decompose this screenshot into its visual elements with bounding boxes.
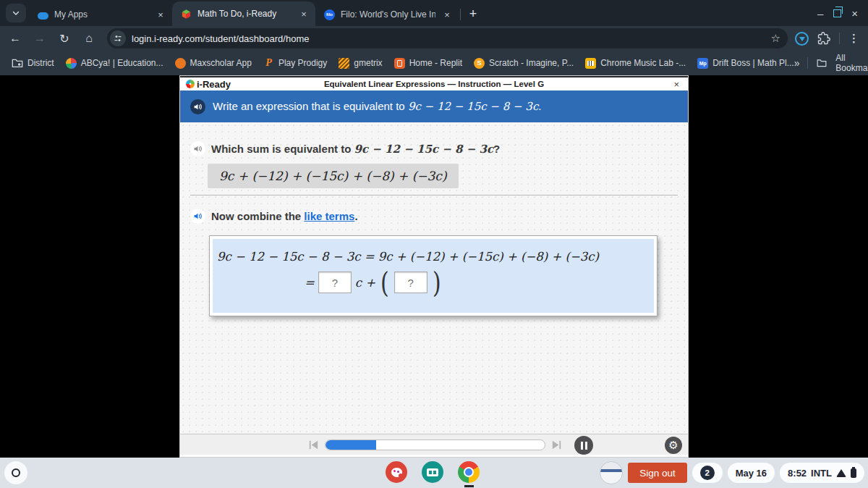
shelf-apps bbox=[386, 461, 480, 483]
banner-math: 9c − 12 − 15c − 8 − 3c bbox=[408, 100, 538, 113]
card-icon bbox=[427, 468, 438, 476]
launcher-button[interactable] bbox=[4, 461, 27, 484]
tab-search-button[interactable] bbox=[6, 4, 26, 22]
forward-button[interactable]: → bbox=[30, 29, 49, 48]
reload-button[interactable]: ↻ bbox=[55, 29, 74, 48]
bookmark-prodigy[interactable]: P Play Prodigy bbox=[263, 58, 327, 69]
managed-folder-icon bbox=[12, 58, 23, 68]
player-settings-gear-icon[interactable]: ⚙ bbox=[665, 437, 682, 454]
tab-close-icon[interactable]: × bbox=[155, 9, 166, 20]
c-plus-text: c + bbox=[355, 276, 375, 290]
filo-favicon: filo bbox=[324, 9, 335, 20]
bookmark-label: Play Prodigy bbox=[278, 58, 327, 68]
tab-close-icon[interactable]: × bbox=[298, 8, 310, 20]
chevron-down-icon bbox=[12, 9, 20, 17]
speaker-icon[interactable] bbox=[190, 209, 205, 224]
section-divider bbox=[190, 195, 678, 195]
all-bookmarks-button[interactable]: All Bookmarks bbox=[835, 53, 868, 73]
date-text: May 16 bbox=[736, 468, 767, 479]
screen: My Apps × Math To Do, i-Ready × filo Fil… bbox=[0, 0, 868, 488]
tab-separator bbox=[460, 9, 461, 20]
bookmark-label: Scratch - Imagine, P... bbox=[489, 58, 574, 68]
status-tray[interactable]: 8:52 INTL bbox=[780, 463, 864, 483]
speaker-icon[interactable] bbox=[190, 99, 205, 114]
bookmark-star-icon[interactable]: ☆ bbox=[771, 32, 780, 45]
question-math: 9c − 12 − 15c − 8 − 3c bbox=[354, 143, 494, 156]
open-paren: ( bbox=[380, 272, 389, 293]
site-settings-icon[interactable] bbox=[110, 30, 126, 46]
work-equation-line2: = c + ( ) bbox=[305, 272, 650, 293]
like-terms-link[interactable]: like terms bbox=[304, 210, 354, 222]
bookmark-scratch[interactable]: S Scratch - Imagine, P... bbox=[474, 58, 574, 69]
lesson-close-button[interactable]: × bbox=[671, 79, 682, 90]
tab-close-icon[interactable]: × bbox=[441, 9, 453, 20]
tab-title: Math To Do, i-Ready bbox=[197, 9, 292, 19]
prodigy-icon: P bbox=[263, 58, 274, 69]
bookmark-drift-boss[interactable]: Mp Drift Boss | Math Pl... bbox=[697, 58, 793, 69]
address-bar[interactable]: login.i-ready.com/student/dashboard/home… bbox=[107, 28, 788, 49]
banner-text: Write an expression that is equivalent t… bbox=[213, 100, 541, 113]
bookmark-label: gmetrix bbox=[354, 58, 382, 68]
battery-icon bbox=[851, 468, 856, 478]
close-paren: ) bbox=[433, 272, 441, 293]
browser-menu-icon[interactable]: ⋮ bbox=[848, 32, 859, 45]
url-text[interactable]: login.i-ready.com/student/dashboard/home bbox=[132, 33, 771, 44]
tab-title: My Apps bbox=[54, 9, 149, 20]
extensions-puzzle-icon[interactable] bbox=[817, 32, 830, 45]
pause-button[interactable] bbox=[574, 436, 593, 455]
back-button[interactable]: ← bbox=[6, 29, 25, 48]
new-tab-button[interactable]: + bbox=[464, 4, 482, 23]
restore-button[interactable] bbox=[833, 9, 841, 17]
bookmark-replit[interactable]: Home - Replit bbox=[394, 58, 462, 69]
maxscholar-icon bbox=[175, 58, 186, 69]
tab-title: Filo: World's Only Live Instant T bbox=[341, 9, 435, 20]
account-avatar[interactable] bbox=[600, 461, 623, 484]
sign-out-button[interactable]: Sign out bbox=[628, 463, 687, 483]
constant-input[interactable] bbox=[394, 272, 427, 293]
clock-text: 8:52 bbox=[788, 468, 807, 479]
lesson-player-bar: ⚙ bbox=[180, 434, 688, 457]
skip-forward-button[interactable] bbox=[550, 439, 563, 451]
lesson-body: Which sum is equivalent to 9c − 12 − 15c… bbox=[180, 122, 688, 434]
coefficient-input[interactable] bbox=[318, 272, 352, 293]
home-button[interactable]: ⌂ bbox=[80, 29, 98, 48]
notification-pill[interactable]: 2 bbox=[692, 463, 723, 483]
speaker-icon[interactable] bbox=[190, 141, 205, 156]
equivalent-sum-box: 9c + (−12) + (−15c) + (−8) + (−3c) bbox=[208, 164, 459, 188]
tab-filo[interactable]: filo Filo: World's Only Live Instant T × bbox=[315, 3, 459, 26]
lesson-titlebar: Equivalent Linear Expressions — Instruct… bbox=[180, 76, 688, 91]
my-apps-favicon bbox=[38, 12, 48, 20]
progress-fill bbox=[326, 440, 376, 450]
notification-count-badge: 2 bbox=[700, 466, 715, 480]
ime-indicator: INTL bbox=[811, 468, 832, 479]
wifi-icon bbox=[836, 469, 846, 477]
bookmark-label: District bbox=[27, 58, 54, 68]
shelf-status-area: Sign out 2 May 16 8:52 INTL bbox=[600, 461, 864, 484]
close-window-button[interactable]: × bbox=[851, 8, 858, 19]
chrome-app-icon[interactable] bbox=[458, 461, 480, 483]
window-controls: – × bbox=[807, 8, 868, 19]
progress-bar[interactable] bbox=[325, 439, 545, 450]
skip-back-button[interactable] bbox=[307, 439, 320, 451]
bookmark-district[interactable]: District bbox=[12, 58, 54, 68]
bookmark-abcya[interactable]: ABCya! | Education... bbox=[66, 58, 163, 69]
folder-icon bbox=[817, 58, 827, 68]
canvas-app-icon[interactable] bbox=[386, 461, 407, 483]
tab-my-apps[interactable]: My Apps × bbox=[29, 3, 172, 26]
bookmark-music-lab[interactable]: Chrome Music Lab -... bbox=[585, 58, 686, 69]
date-pill[interactable]: May 16 bbox=[728, 463, 775, 483]
work-area: 9c − 12 − 15c − 8 − 3c = 9c + (−12) + (−… bbox=[209, 235, 658, 316]
chromeos-shelf: Sign out 2 May 16 8:52 INTL bbox=[0, 458, 868, 488]
bookmark-maxscholar[interactable]: Maxscholar App bbox=[175, 58, 252, 69]
bookmarks-overflow-chevron[interactable]: » bbox=[794, 57, 799, 69]
question-row: Which sum is equivalent to 9c − 12 − 15c… bbox=[190, 141, 678, 156]
bookmarks-divider bbox=[807, 57, 808, 69]
bookmarks-right: » All Bookmarks bbox=[794, 53, 868, 73]
minimize-button[interactable]: – bbox=[817, 8, 823, 19]
bookmark-gmetrix[interactable]: gmetrix bbox=[339, 58, 382, 69]
extension-shield-icon[interactable] bbox=[795, 32, 809, 46]
abcya-icon bbox=[66, 58, 77, 69]
tab-iready[interactable]: Math To Do, i-Ready × bbox=[172, 1, 315, 26]
bookmark-label: ABCya! | Education... bbox=[81, 58, 163, 68]
cards-app-icon[interactable] bbox=[422, 461, 443, 483]
